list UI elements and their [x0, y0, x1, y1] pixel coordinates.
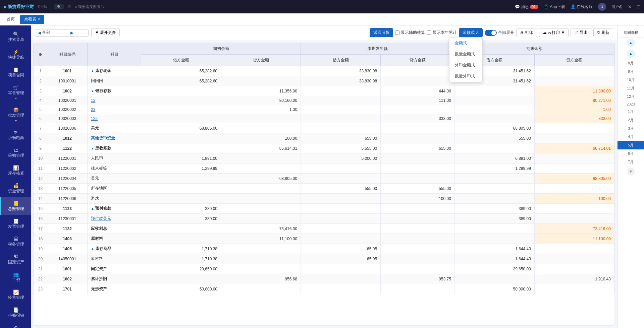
- row-subject[interactable]: 12: [88, 96, 141, 105]
- close-icon[interactable]: ✕: [628, 4, 632, 9]
- row-subject[interactable]: 美元: [88, 174, 141, 184]
- settings-icon[interactable]: ⚙: [67, 4, 71, 9]
- dropdown-item-amount[interactable]: 金额式: [449, 38, 482, 49]
- refresh-btn[interactable]: ↻ 刷新: [593, 28, 613, 37]
- scroll-up2-btn[interactable]: ▲: [627, 50, 635, 58]
- row-subject[interactable]: 往来标签: [88, 163, 141, 174]
- settings-icon[interactable]: ⚙: [39, 52, 42, 57]
- month-10[interactable]: 10月: [618, 76, 644, 84]
- sidebar-item-purchase[interactable]: 🗂 采购管理: [0, 144, 31, 162]
- sidebar-item-ecommerce[interactable]: 🛍 小畅电商: [0, 126, 31, 144]
- sidebar-item-inventory[interactable]: 📊 库存核算: [0, 162, 31, 180]
- app-download-btn[interactable]: 📱 App下载: [544, 4, 565, 10]
- expand-more-btn[interactable]: ▼ 展开更多: [91, 28, 120, 37]
- month-4[interactable]: 4月: [618, 133, 644, 141]
- row-subject[interactable]: 122: [88, 114, 141, 123]
- month-5[interactable]: 5月: [618, 141, 644, 149]
- month-8[interactable]: 8月: [618, 59, 644, 67]
- expand-all-toggle[interactable]: 全部展开: [485, 30, 514, 36]
- row-subject[interactable]: 人民币: [88, 153, 141, 163]
- scroll-up-btn[interactable]: ▲: [627, 39, 635, 47]
- sidebar-item-search[interactable]: 🔍 搜索菜单: [0, 28, 31, 46]
- maximize-icon[interactable]: □: [637, 4, 640, 9]
- dropdown-item-qty-foreign[interactable]: 数量外币式: [449, 71, 482, 82]
- sidebar-item-tax[interactable]: 🏛 税务管理: [0, 233, 31, 251]
- row-subject[interactable]: ▲ 库存现金: [88, 66, 141, 76]
- dropdown-item-foreign-amount[interactable]: 外币金额式: [449, 60, 482, 71]
- search-arrow-left[interactable]: ◀: [38, 30, 41, 35]
- row-subject[interactable]: 无形资产: [88, 284, 141, 294]
- view-mode-btn[interactable]: 金额式 ∧: [459, 28, 483, 37]
- row-subject[interactable]: ▲ 库存商品: [88, 244, 141, 254]
- print-btn[interactable]: 🖨 打印: [516, 28, 537, 37]
- tab-home[interactable]: 首页: [3, 15, 19, 24]
- month-3[interactable]: 3月: [618, 124, 644, 133]
- search-box[interactable]: ◀ ▶: [35, 29, 89, 37]
- sidebar-item-payroll[interactable]: 👥 工资: [0, 268, 31, 286]
- month-2[interactable]: 2月: [618, 116, 644, 124]
- sidebar-item-project[interactable]: 📋 项目合同: [0, 64, 31, 81]
- row-subject[interactable]: 所在地区: [88, 184, 141, 194]
- title-bar-search[interactable]: 🔍: [54, 4, 64, 9]
- sidebar-item-reports[interactable]: 📑 小畅报销: [0, 304, 31, 322]
- search-arrow-right[interactable]: ▶: [70, 30, 73, 35]
- row-subject[interactable]: 原材料: [88, 254, 141, 264]
- row-subject[interactable]: ▲ 预付账款: [88, 204, 141, 214]
- month-6[interactable]: 6月: [618, 149, 644, 158]
- row-subject[interactable]: 美元: [88, 123, 141, 133]
- row-subject[interactable]: ▲ 银行存款: [88, 86, 141, 96]
- show-assist-check-label[interactable]: 显示辅助核算: [395, 30, 425, 36]
- row-subject[interactable]: 游戏: [88, 194, 141, 204]
- month-1[interactable]: 1月: [618, 108, 644, 116]
- sidebar-item-operations[interactable]: 📈 经营管理: [0, 286, 31, 304]
- row-subject[interactable]: ▲ 应收账款: [88, 143, 141, 153]
- toggle-switch[interactable]: [485, 30, 497, 36]
- sidebar-item-basic[interactable]: ⚙ 基础信息: [0, 322, 31, 328]
- online-service-btn[interactable]: 👤 在线客服: [571, 4, 593, 10]
- sidebar-label-purchase: 采购管理: [2, 153, 30, 158]
- month-9[interactable]: 9月: [618, 67, 644, 76]
- demo-link[interactable]: ○ 我要看实例演示: [75, 4, 104, 9]
- row-debit-close: 555.00: [454, 133, 534, 143]
- view-mode-dropdown[interactable]: 金额式 ∧ 金额式 数量金额式 外币金额式 数量外币式: [459, 28, 483, 37]
- top-bar-left: ▶ 畅捷通好业财 专业版 🔍 ⚙ ○ 我要看实例演示: [4, 4, 104, 10]
- search-input[interactable]: [42, 30, 69, 35]
- sidebar-item-capital[interactable]: 💰 资金管理: [0, 180, 31, 197]
- show-assist-checkbox[interactable]: [395, 30, 399, 35]
- row-credit-close: 60,714.01: [534, 143, 614, 153]
- tab-close-icon[interactable]: ✕: [38, 17, 40, 21]
- row-subject[interactable]: 预付款美元: [88, 214, 141, 224]
- sidebar-item-quicknav[interactable]: ⚡ 快捷导航: [0, 46, 31, 64]
- user-avatar[interactable]: U: [598, 3, 606, 11]
- top-bar: ▶ 畅捷通好业财 专业版 🔍 ⚙ ○ 我要看实例演示 💬 消息 99+ 📱 Ap…: [0, 0, 644, 13]
- cloud-print-btn[interactable]: ☁ 云打印 ▼: [539, 28, 569, 37]
- scroll-down-btn[interactable]: ▼: [627, 168, 635, 176]
- sidebar-item-wholesale[interactable]: 📦 批发管理 ▼: [0, 104, 31, 126]
- row-subject[interactable]: 回回回: [88, 76, 141, 86]
- message-btn[interactable]: 💬 消息 99+: [515, 4, 538, 10]
- sidebar-item-retail[interactable]: 🛒 零售管理 ▼: [0, 81, 31, 104]
- month-11[interactable]: 11月: [618, 84, 644, 92]
- export-btn[interactable]: ↗ 导出: [571, 28, 591, 37]
- month-7[interactable]: 7月: [618, 158, 644, 166]
- row-subject[interactable]: 原材料: [88, 234, 141, 244]
- month-12[interactable]: 12月: [618, 92, 644, 101]
- row-code: 10020006: [47, 123, 88, 133]
- row-subject[interactable]: 固定资产: [88, 264, 141, 274]
- row-subject[interactable]: 23: [88, 105, 141, 114]
- sidebar-label-capital: 资金管理: [2, 188, 30, 194]
- sidebar-item-assets[interactable]: 🏗 固定资产: [0, 251, 31, 268]
- return-old-btn[interactable]: 返回旧版: [370, 28, 393, 37]
- home-tab-label: 首页: [7, 16, 15, 22]
- row-subject[interactable]: 其他货币资金: [88, 133, 141, 143]
- table-row: 181403 原材料 11,100.0011,100.00: [34, 234, 614, 244]
- tab-balance[interactable]: 余额表 ✕: [20, 15, 44, 24]
- row-subject[interactable]: 应收利息: [88, 224, 141, 234]
- row-subject[interactable]: 累计折旧: [88, 274, 141, 284]
- show-ytd-check-label[interactable]: 显示本年累计: [427, 30, 457, 36]
- sidebar-item-ledger[interactable]: 📒 总账管理: [0, 197, 31, 215]
- show-ytd-checkbox[interactable]: [427, 30, 431, 35]
- right-panel: 期间选择 ▲ ▲ 8月 9月 10月 11月 12月 2023 1月 2月 3月…: [617, 25, 644, 328]
- sidebar-item-invoice[interactable]: 🧾 发票管理: [0, 215, 31, 233]
- dropdown-item-qty-amount[interactable]: 数量金额式: [449, 49, 482, 60]
